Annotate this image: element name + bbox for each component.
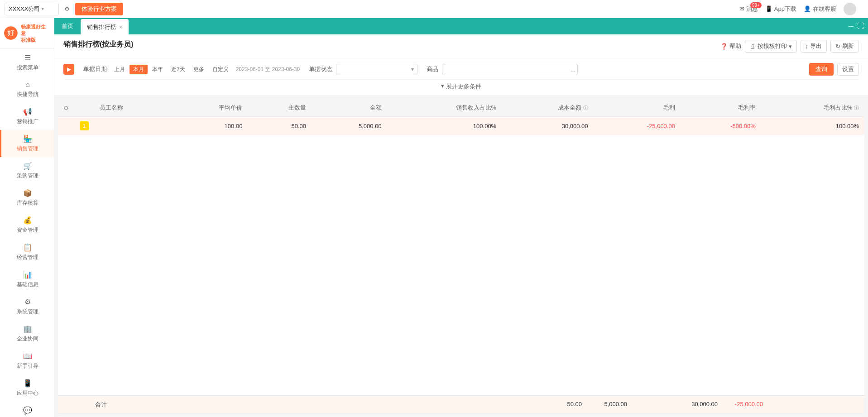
sidebar-item-purchase[interactable]: 🛒 采购管理	[0, 157, 54, 184]
sidebar-item-search[interactable]: ☰ 搜索菜单	[0, 49, 54, 76]
sidebar-item-quick-nav[interactable]: ⌂ 快捷导航	[0, 76, 54, 103]
sales-icon: 🏪	[23, 134, 32, 143]
arrow-icon: ▶	[67, 66, 71, 72]
export-label: 导出	[810, 42, 822, 50]
sidebar-item-app-center[interactable]: 📱 应用中心	[0, 374, 54, 402]
row-sales-pct: 100.00%	[387, 117, 502, 135]
footer-gross-rate	[768, 401, 814, 409]
help-label: 帮助	[729, 42, 741, 50]
date-tab-7days[interactable]: 近7天	[168, 65, 189, 74]
tab-label: 销售排行榜	[87, 23, 116, 31]
service-icon: 👤	[804, 5, 811, 12]
date-tab-this-year[interactable]: 本年	[149, 65, 167, 74]
query-button[interactable]: 查询	[809, 63, 834, 76]
sidebar-item-corp-wechat[interactable]: 💬 企业微信	[0, 402, 54, 417]
marketing-icon: 📢	[23, 107, 32, 116]
footer-avg-price	[149, 401, 551, 409]
sidebar-item-marketing[interactable]: 📢 营销推广	[0, 103, 54, 130]
filter-area: ▶ 单据日期 上月 本月 本年 近7天 更多 自定义 2023-	[54, 58, 868, 96]
page-title: 销售排行榜(按业务员)	[63, 40, 134, 55]
page-content: 销售排行榜(按业务员) ❓ 帮助 🖨 按模板打印 ▾ ↑ 导出	[54, 34, 868, 417]
date-label: 单据日期	[83, 65, 107, 73]
main-layout: 好 畅康通好生意 标准版 ☰ 搜索菜单 ⌂ 快捷导航 📢 营销推广 🏪 销售管理…	[0, 18, 868, 417]
sidebar-item-label: 资金管理	[17, 226, 38, 234]
export-icon: ↑	[806, 43, 809, 50]
goods-input[interactable]	[442, 64, 578, 75]
sidebar-item-label: 系统管理	[17, 308, 38, 316]
help-button[interactable]: ❓ 帮助	[720, 42, 741, 50]
message-button[interactable]: ✉ 消息 99+	[739, 5, 758, 13]
tab-expand-icon[interactable]: ⛶	[857, 22, 864, 30]
table-wrapper: ⚙ 员工名称 平均单价 主数量 全额 销售收入占比% 成本全额 ⓘ	[58, 99, 864, 413]
tab-minimize-icon[interactable]: ─	[849, 22, 854, 30]
date-tab-last-month[interactable]: 上月	[110, 65, 129, 74]
tab-bar-actions: ─ ⛶	[849, 22, 868, 30]
row-amount: 5,000.00	[312, 117, 387, 135]
tab-close-icon[interactable]: ×	[119, 24, 122, 30]
goods-filter-group: 商品 ...	[427, 64, 575, 75]
sidebar-item-system[interactable]: ⚙ 系统管理	[0, 293, 54, 320]
status-filter-group: 单据状态	[309, 64, 417, 75]
date-filter-group: 单据日期 上月 本月 本年 近7天 更多 自定义 2023-06-01 至 20…	[83, 65, 300, 74]
sidebar-item-finance[interactable]: 💰 资金管理	[0, 211, 54, 239]
sidebar-logo: 好 畅康通好生意 标准版	[0, 18, 54, 49]
print-button[interactable]: 🖨 按模板打印 ▾	[745, 40, 797, 53]
status-select[interactable]	[336, 64, 417, 75]
filter-expand-arrow[interactable]: ▶	[63, 64, 74, 75]
date-tab-custom[interactable]: 自定义	[209, 65, 232, 74]
footer-amount: 5,000.00	[587, 401, 633, 409]
page-header: 销售排行榜(按业务员) ❓ 帮助 🖨 按模板打印 ▾ ↑ 导出	[54, 34, 868, 58]
date-tab-this-month[interactable]: 本月	[129, 65, 148, 74]
refresh-button[interactable]: ↻ 刷新	[830, 40, 859, 53]
export-button[interactable]: ↑ 导出	[801, 40, 827, 53]
avatar[interactable]	[844, 3, 856, 15]
sidebar-item-guide[interactable]: 📖 新手引导	[0, 347, 54, 374]
logo-icon: 好	[4, 26, 18, 40]
tab-home[interactable]: 首页	[54, 18, 81, 34]
status-select-wrapper	[336, 64, 417, 75]
company-selector[interactable]: XXXXX公司 ▾	[5, 3, 59, 15]
message-badge: 99+	[750, 2, 762, 8]
top-bar-right: ✉ 消息 99+ 📱 App下载 👤 在线客服	[739, 3, 863, 15]
app-icon: 📱	[765, 5, 772, 12]
expand-more-btn[interactable]: ▾ 展开更多条件	[63, 79, 859, 91]
home-icon: ⌂	[25, 81, 30, 89]
table-row: 1 100.00 50.00 5,000.00 100.00% 30,000.0…	[58, 117, 864, 135]
col-cost: 成本全额 ⓘ	[502, 99, 593, 117]
sidebar-item-corp-collab[interactable]: 🏢 企业协同	[0, 320, 54, 347]
row-gross: -25,000.00	[594, 117, 681, 135]
sidebar-item-base-info[interactable]: 📊 基础信息	[0, 266, 54, 293]
print-icon: 🖨	[750, 43, 756, 50]
finance-icon: 💰	[23, 216, 32, 225]
app-download-button[interactable]: 📱 App下载	[765, 5, 796, 13]
print-chevron-icon: ▾	[789, 43, 792, 50]
sidebar-item-sales[interactable]: 🏪 销售管理	[0, 130, 54, 157]
wechat-icon: 💬	[23, 406, 32, 415]
col-gross-pct: 毛利占比% ⓘ	[761, 99, 864, 117]
sidebar-item-label: 营销推广	[17, 118, 38, 125]
row-rank: 1	[74, 117, 94, 135]
settings-icon[interactable]: ⚙	[62, 4, 72, 14]
base-info-icon: 📊	[23, 270, 32, 279]
query-actions: 查询 设置	[809, 63, 859, 76]
svg-text:好: 好	[7, 29, 14, 37]
footer-gross: -25,000.00	[723, 401, 768, 409]
service-label: 在线客服	[813, 5, 836, 13]
refresh-icon: ↻	[835, 43, 840, 50]
sidebar-item-label: 采购管理	[17, 172, 38, 180]
col-gear-icon[interactable]: ⚙	[63, 105, 69, 111]
sidebar-item-inventory[interactable]: 📦 库存核算	[0, 184, 54, 211]
sidebar-item-operations[interactable]: 📋 经营管理	[0, 239, 54, 266]
trial-button[interactable]: 体验行业方案	[75, 3, 123, 15]
date-tab-more[interactable]: 更多	[190, 65, 208, 74]
footer-cost: 30,000.00	[678, 401, 723, 409]
tab-sales-ranking[interactable]: 销售排行榜 ×	[81, 19, 129, 35]
footer-label: 合计	[95, 401, 149, 409]
logo-title: 畅康通好生意	[21, 24, 50, 37]
online-service-button[interactable]: 👤 在线客服	[804, 5, 836, 13]
settings-button[interactable]: 设置	[837, 63, 859, 76]
goods-more-icon[interactable]: ...	[571, 66, 575, 73]
sidebar-item-label: 经营管理	[17, 254, 38, 261]
date-tabs: 上月 本月 本年 近7天 更多 自定义	[110, 65, 232, 74]
help-icon: ❓	[720, 43, 728, 50]
